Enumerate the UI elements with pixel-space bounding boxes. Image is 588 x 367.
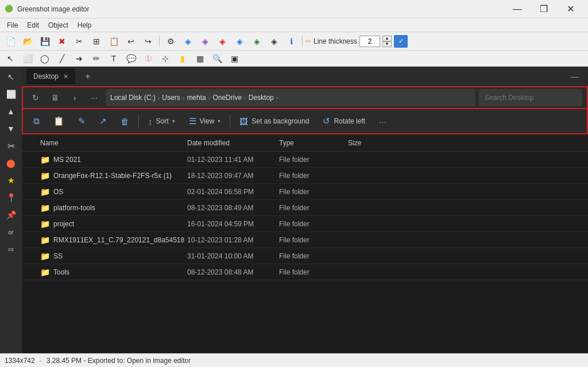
file-type: File folder bbox=[279, 204, 348, 212]
explorer-tab[interactable]: Desktop ✕ bbox=[26, 68, 75, 84]
menu-object[interactable]: Object bbox=[44, 20, 73, 30]
highlight-tool[interactable]: ▮ bbox=[175, 51, 191, 66]
rename-button[interactable]: ✎ bbox=[72, 112, 91, 130]
left-rect-tool[interactable]: ⬜ bbox=[2, 86, 20, 102]
plugin-button6[interactable]: ◈ bbox=[266, 34, 282, 49]
monitor-button[interactable]: 🖥 bbox=[47, 90, 63, 106]
more-button[interactable]: ··· bbox=[86, 90, 102, 106]
col-type-header[interactable]: Type bbox=[279, 139, 348, 147]
sep2: › bbox=[183, 94, 185, 101]
obfuscate-tool[interactable]: ▦ bbox=[192, 51, 208, 66]
redo-button[interactable]: ↪ bbox=[140, 34, 156, 49]
plugin-button1[interactable]: ◈ bbox=[180, 34, 196, 49]
crop-tool[interactable]: ⊹ bbox=[157, 51, 173, 66]
set-bg-button[interactable]: 🖼 Set as background bbox=[234, 112, 315, 130]
undo-button[interactable]: ↩ bbox=[123, 34, 139, 49]
file-date: 18-12-2023 09:47 AM bbox=[187, 172, 279, 180]
menu-help[interactable]: Help bbox=[73, 20, 96, 30]
status-dimensions: 1334x742 bbox=[5, 357, 35, 365]
settings-button[interactable]: ⚙ bbox=[163, 34, 179, 49]
new-tab-button[interactable]: + bbox=[80, 68, 96, 84]
forward-button[interactable]: › bbox=[67, 90, 83, 106]
arrow-tool[interactable]: ↖ bbox=[2, 51, 18, 66]
copy-path-icon: 📋 bbox=[53, 116, 64, 126]
explorer-tab-close[interactable]: ✕ bbox=[63, 73, 68, 80]
arrow-draw-tool[interactable]: ➜ bbox=[71, 51, 87, 66]
step-tool[interactable]: ① bbox=[140, 51, 156, 66]
help-button[interactable]: ℹ bbox=[283, 34, 299, 49]
sort-caret: ▾ bbox=[172, 118, 175, 124]
view-button[interactable]: ☰ View ▾ bbox=[183, 112, 227, 130]
left-pin1[interactable]: 📍 bbox=[2, 190, 20, 206]
toolbar-sep-1 bbox=[138, 114, 139, 128]
sep4: › bbox=[244, 94, 246, 101]
zoom-tool[interactable]: 🔍 bbox=[209, 51, 225, 66]
line-thickness-input[interactable] bbox=[359, 36, 380, 47]
table-row[interactable]: 📁 project 16-01-2024 04:59 PM File folde… bbox=[22, 216, 588, 232]
left-nav-down[interactable]: ▼ bbox=[2, 121, 20, 137]
file-type: File folder bbox=[279, 268, 348, 276]
plugin-button2[interactable]: ◈ bbox=[197, 34, 213, 49]
menu-edit[interactable]: Edit bbox=[22, 20, 44, 30]
rect-select-tool[interactable]: ⬜ bbox=[20, 51, 36, 66]
col-date-header[interactable]: Date modified bbox=[187, 139, 279, 147]
table-row[interactable]: 📁 MS 2021 01-12-2023 11:41 AM File folde… bbox=[22, 152, 588, 168]
status-separator: - bbox=[40, 357, 42, 365]
left-cut-tool[interactable]: ✂ bbox=[2, 138, 20, 154]
copy-button[interactable]: ⊞ bbox=[88, 34, 105, 49]
border-tool[interactable]: ▣ bbox=[226, 51, 242, 66]
delete-icon: 🗑 bbox=[121, 117, 129, 126]
folder-icon: 📁 bbox=[40, 155, 50, 164]
minimize-button[interactable]: — bbox=[504, 0, 531, 18]
spin-up[interactable]: ▲ bbox=[382, 36, 392, 41]
table-row[interactable]: 📁 RMX1911EX_11_C.79_220121_d8a54518 10-1… bbox=[22, 232, 588, 248]
copy-item-button[interactable]: ⧉ bbox=[28, 112, 45, 130]
left-nav-up[interactable]: ▲ bbox=[2, 103, 20, 119]
freehand-tool[interactable]: ✏ bbox=[88, 51, 105, 66]
ellipse-tool[interactable]: ◯ bbox=[37, 51, 53, 66]
share-button[interactable]: ↗ bbox=[94, 112, 113, 130]
new-button[interactable]: 📄 bbox=[2, 34, 18, 49]
plugin-button3[interactable]: ◈ bbox=[214, 34, 230, 49]
sort-button[interactable]: ↕ Sort ▾ bbox=[142, 112, 181, 130]
speech-tool[interactable]: 💬 bbox=[123, 51, 139, 66]
refresh-button[interactable]: ↻ bbox=[28, 90, 44, 106]
close-file-button[interactable]: ✖ bbox=[54, 34, 70, 49]
confirm-button[interactable]: ✓ bbox=[394, 35, 408, 48]
text-tool[interactable]: T bbox=[106, 51, 122, 66]
table-row[interactable]: 📁 OrangeFox-R12.1-Stable-F2FS-r5x (1) 18… bbox=[22, 168, 588, 184]
plugin-button5[interactable]: ◈ bbox=[249, 34, 265, 49]
copy-path-button[interactable]: 📋 bbox=[48, 112, 70, 130]
left-cs[interactable]: cs bbox=[2, 241, 20, 257]
col-name-header[interactable]: Name bbox=[26, 139, 187, 147]
spin-down[interactable]: ▼ bbox=[382, 41, 392, 47]
rotate-button[interactable]: ↺ Rotate left bbox=[317, 112, 371, 130]
search-input[interactable] bbox=[479, 89, 582, 106]
plugin-button4[interactable]: ◈ bbox=[231, 34, 247, 49]
menu-bar: File Edit Object Help bbox=[0, 18, 588, 32]
file-type: File folder bbox=[279, 220, 348, 228]
folder-icon: 📁 bbox=[40, 203, 50, 213]
breadcrumb-area[interactable]: Local Disk (C:) › Users › mehta › OneDri… bbox=[106, 89, 475, 106]
menu-file[interactable]: File bbox=[2, 20, 22, 30]
close-button[interactable]: ✕ bbox=[557, 0, 583, 18]
left-pin2[interactable]: 📌 bbox=[2, 207, 20, 223]
left-color1[interactable]: ⬤ bbox=[2, 155, 20, 171]
table-row[interactable]: 📁 Tools 08-12-2023 08:48 AM File folder bbox=[22, 264, 588, 280]
restore-button[interactable]: ❐ bbox=[531, 0, 557, 18]
table-row[interactable]: 📁 platform-tools 08-12-2023 08:49 AM Fil… bbox=[22, 200, 588, 216]
paste-button[interactable]: 📋 bbox=[106, 34, 122, 49]
explorer-minimize[interactable]: — bbox=[566, 69, 583, 83]
cut-button[interactable]: ✂ bbox=[71, 34, 87, 49]
more-options-button[interactable]: ··· bbox=[373, 112, 392, 130]
left-info[interactable]: or bbox=[2, 224, 20, 240]
left-color2[interactable]: ★ bbox=[2, 172, 20, 188]
col-size-header[interactable]: Size bbox=[348, 139, 394, 147]
left-arrow-tool[interactable]: ↖ bbox=[2, 69, 20, 85]
save-button[interactable]: 💾 bbox=[37, 34, 53, 49]
table-row[interactable]: 📁 SS 31-01-2024 10:00 AM File folder bbox=[22, 248, 588, 264]
open-button[interactable]: 📂 bbox=[20, 34, 36, 49]
line-tool[interactable]: ╱ bbox=[54, 51, 70, 66]
delete-button[interactable]: 🗑 bbox=[115, 112, 135, 130]
table-row[interactable]: 📁 OS 02-01-2024 06:58 PM File folder bbox=[22, 184, 588, 200]
